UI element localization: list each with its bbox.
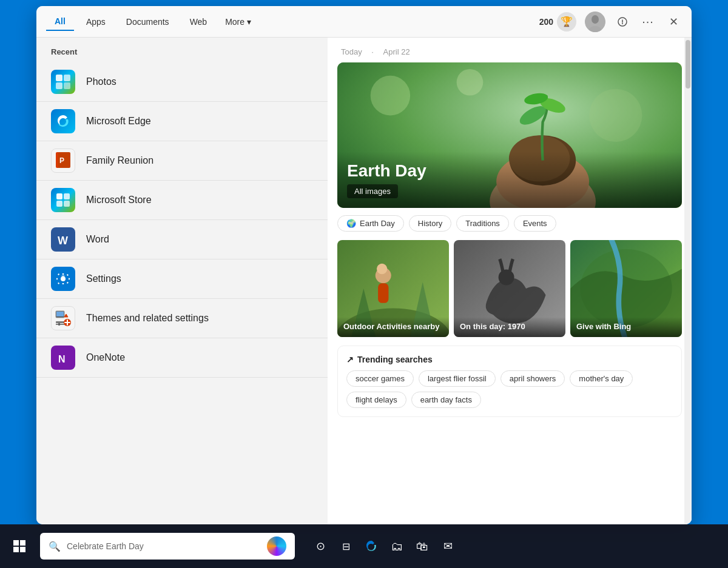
cards-row: Outdoor Activities nearby (337, 240, 682, 337)
app-item-photos[interactable]: Photos (36, 62, 328, 102)
tab-more[interactable]: More ▾ (219, 13, 257, 30)
trend-fossil[interactable]: largest flier fossil (419, 370, 496, 387)
app-item-family-reunion[interactable]: P Family Reunion (36, 141, 328, 181)
settings-icon (51, 267, 75, 291)
trend-earth-day-facts[interactable]: earth day facts (411, 392, 481, 408)
tag-earth-day[interactable]: 🌍 Earth Day (337, 215, 404, 232)
svg-rect-5 (64, 75, 70, 81)
tab-apps[interactable]: Apps (78, 13, 114, 30)
edge-taskbar-icon[interactable] (363, 538, 380, 555)
tag-events[interactable]: Events (514, 215, 556, 232)
taskbar-search-text: Celebrate Earth Day (67, 541, 261, 551)
svg-rect-20 (56, 312, 64, 316)
app-item-word[interactable]: W Word (36, 220, 328, 259)
tag-history[interactable]: History (409, 215, 451, 232)
tab-documents[interactable]: Documents (118, 13, 178, 30)
taskbar-search[interactable]: 🔍 Celebrate Earth Day (40, 533, 295, 560)
main-window: All Apps Documents Web More ▾ 200 🏆 (36, 6, 692, 524)
store-taskbar-icon[interactable]: 🛍 (414, 538, 431, 555)
trend-flight-delays[interactable]: flight delays (346, 392, 406, 408)
scrollbar[interactable] (684, 38, 692, 524)
hero-overlay: Earth Day All images (337, 152, 682, 208)
word-icon: W (51, 227, 75, 252)
title-bar-right: 200 🏆 ··· ✕ (539, 12, 682, 32)
svg-text:W: W (58, 235, 68, 247)
taskview-icon[interactable]: ⊙ (312, 538, 329, 555)
tab-all[interactable]: All (46, 13, 74, 31)
app-name-store: Microsoft Store (86, 195, 152, 205)
app-name-edge: Microsoft Edge (86, 116, 151, 127)
trend-soccer-games[interactable]: soccer games (346, 370, 414, 387)
content-area: Recent Photos (36, 38, 692, 524)
mail-icon[interactable]: ✉ (439, 538, 456, 555)
scrollbar-thumb (686, 40, 690, 89)
right-panel: Today · April 22 (328, 38, 692, 524)
hero-card[interactable]: Earth Day All images (337, 62, 682, 208)
trending-title: ↗ Trending searches (346, 355, 673, 364)
tag-traditions[interactable]: Traditions (456, 215, 509, 232)
ppt-icon: P (51, 149, 75, 173)
nav-tabs: All Apps Documents Web More ▾ (46, 13, 527, 31)
bing-ball-icon (267, 536, 286, 556)
svg-point-43 (377, 264, 387, 274)
app-item-onenote[interactable]: N OneNote (36, 338, 328, 378)
close-button[interactable]: ✕ (665, 13, 682, 30)
app-name-settings: Settings (86, 273, 121, 284)
earth-day-globe-icon: 🌍 (346, 219, 356, 228)
hero-title: Earth Day (347, 161, 672, 181)
svg-point-45 (499, 270, 514, 286)
date-label: Today · April 22 (337, 47, 682, 56)
svg-rect-13 (56, 201, 62, 207)
app-name-themes: Themes and related settings (86, 313, 209, 324)
trophy-icon: 🏆 (557, 12, 576, 32)
svg-point-29 (371, 76, 411, 116)
tab-web[interactable]: Web (181, 13, 216, 30)
trending-section: ↗ Trending searches soccer games largest… (337, 346, 682, 417)
windows-icon (13, 540, 25, 552)
svg-text:P: P (59, 156, 64, 165)
card-give-bing-label: Give with Bing (570, 317, 682, 337)
svg-point-31 (457, 69, 484, 96)
app-name-onenote: OneNote (86, 352, 125, 363)
onenote-icon: N (51, 346, 75, 370)
card-onthisday-label: On this day: 1970 (454, 317, 565, 337)
svg-rect-12 (64, 193, 70, 199)
themes-icon (51, 306, 75, 330)
app-item-settings[interactable]: Settings (36, 259, 328, 299)
svg-rect-6 (56, 82, 62, 89)
widgets-icon[interactable]: ⊟ (337, 538, 354, 555)
trend-april-showers[interactable]: april showers (500, 370, 565, 387)
app-name-family-reunion: Family Reunion (86, 155, 153, 166)
tags-row: 🌍 Earth Day History Traditions Events (337, 215, 682, 232)
left-panel: Recent Photos (36, 38, 328, 524)
recent-label: Recent (36, 47, 328, 62)
title-bar: All Apps Documents Web More ▾ 200 🏆 (36, 6, 692, 38)
card-onthisday[interactable]: On this day: 1970 (454, 240, 565, 337)
more-button[interactable]: ··· (639, 13, 656, 30)
avatar[interactable] (585, 12, 605, 32)
points-value: 200 (539, 17, 553, 27)
feedback-button[interactable] (614, 13, 631, 30)
edge-icon (51, 109, 75, 133)
trending-arrow-icon: ↗ (346, 355, 354, 364)
file-manager-icon[interactable]: 🗂 (388, 538, 405, 555)
app-item-edge[interactable]: Microsoft Edge (36, 102, 328, 141)
search-icon: 🔍 (49, 541, 61, 552)
card-give-bing[interactable]: Give with Bing (570, 240, 682, 337)
svg-rect-14 (64, 201, 70, 207)
start-button[interactable] (10, 536, 29, 556)
svg-text:N: N (58, 354, 66, 364)
store-icon (51, 188, 75, 212)
trend-mothers-day[interactable]: mother's day (570, 370, 633, 387)
app-item-themes[interactable]: Themes and related settings (36, 299, 328, 338)
svg-point-18 (61, 277, 66, 281)
hero-all-images-btn[interactable]: All images (347, 184, 398, 198)
app-item-store[interactable]: Microsoft Store (36, 181, 328, 220)
card-outdoor[interactable]: Outdoor Activities nearby (337, 240, 449, 337)
trending-tags: soccer games largest flier fossil april … (346, 370, 673, 408)
taskbar: 🔍 Celebrate Earth Day ⊙ ⊟ 🗂 🛍 ✉ (0, 524, 728, 568)
svg-rect-11 (56, 193, 62, 199)
app-name-photos: Photos (86, 76, 116, 87)
app-list: Photos Microsoft Edge (36, 62, 328, 378)
card-outdoor-label: Outdoor Activities nearby (337, 317, 449, 337)
